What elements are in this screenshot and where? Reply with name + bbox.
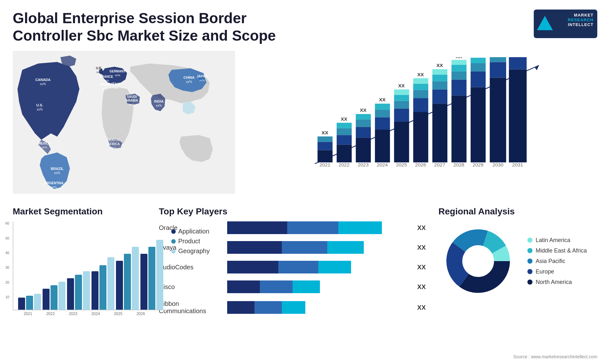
- bar-group-2026: [140, 240, 163, 310]
- svg-rect-49: [356, 114, 371, 119]
- svg-rect-62: [394, 90, 409, 95]
- regional-legend: Latin America Middle East & Africa Asia …: [527, 237, 587, 286]
- svg-rect-65: [413, 112, 428, 162]
- bar-geography: [58, 282, 65, 310]
- players-title: Top Key Players: [159, 206, 426, 217]
- bar-seg2: [278, 261, 318, 273]
- svg-rect-42: [337, 128, 352, 135]
- player-bar: [227, 301, 409, 314]
- bar-seg2: [282, 241, 327, 254]
- svg-rect-83: [451, 60, 466, 65]
- svg-rect-76: [432, 69, 447, 75]
- svg-text:JAPAN: JAPAN: [197, 75, 207, 78]
- legend-label-europe: Europe: [536, 268, 554, 275]
- donut-svg: [438, 221, 518, 301]
- player-value: XX: [417, 264, 426, 271]
- player-name: Cisco: [159, 283, 222, 291]
- bar-application: [67, 278, 74, 310]
- svg-text:XX: XX: [437, 63, 443, 68]
- bar-group-2025: [116, 247, 139, 310]
- svg-text:XX: XX: [360, 107, 367, 113]
- legend-dot-mea: [527, 248, 532, 253]
- bar-application: [140, 254, 147, 310]
- svg-rect-74: [432, 81, 447, 90]
- svg-text:2022: 2022: [339, 162, 349, 168]
- svg-text:FRANCE: FRANCE: [100, 75, 113, 78]
- bar-seg1: [227, 241, 282, 254]
- svg-rect-48: [356, 120, 371, 127]
- player-value: XX: [417, 224, 426, 232]
- svg-rect-41: [337, 135, 352, 145]
- world-map-svg: CANADA xx% U.S. xx% MEXICO xx% BRAZIL xx…: [13, 51, 235, 194]
- svg-text:AFRICA: AFRICA: [108, 142, 120, 146]
- svg-text:U.S.: U.S.: [36, 103, 43, 107]
- logo-line1: MARKET: [568, 13, 593, 17]
- svg-text:BRAZIL: BRAZIL: [51, 167, 64, 171]
- svg-rect-68: [413, 84, 428, 90]
- svg-rect-59: [394, 109, 409, 121]
- logo-triangle-icon: [537, 16, 553, 30]
- legend-label-north-america: North America: [536, 279, 572, 286]
- bar-product: [51, 285, 58, 310]
- svg-text:2029: 2029: [472, 162, 483, 168]
- player-bar: [227, 241, 409, 254]
- svg-rect-37: [317, 137, 332, 142]
- svg-text:2026: 2026: [415, 162, 426, 168]
- legend-label-asia-pacific: Asia Pacific: [536, 258, 565, 265]
- svg-rect-58: [394, 122, 409, 163]
- svg-text:xx%: xx%: [37, 108, 43, 111]
- player-bar: [227, 280, 409, 293]
- svg-rect-72: [432, 104, 447, 163]
- bar-group-2023: [67, 271, 90, 310]
- svg-rect-53: [375, 118, 390, 130]
- svg-text:XX: XX: [456, 57, 462, 59]
- svg-rect-36: [317, 142, 332, 150]
- svg-text:INDIA: INDIA: [154, 99, 164, 103]
- list-item: Ribbon Communications XX: [159, 300, 426, 315]
- player-value: XX: [417, 304, 426, 311]
- svg-rect-94: [490, 57, 506, 62]
- svg-point-106: [463, 246, 493, 276]
- bar-seg1: [227, 261, 278, 273]
- page-title: Global Enterprise Session Border Control…: [13, 10, 299, 44]
- bar-application: [92, 271, 98, 310]
- bar-geography: [107, 257, 114, 310]
- svg-text:xx%: xx%: [111, 146, 116, 150]
- bar-seg3: [338, 221, 382, 234]
- segmentation-chart: 60 50 40 30 20 10: [13, 221, 166, 310]
- svg-rect-66: [413, 98, 428, 112]
- svg-text:XX: XX: [322, 130, 328, 135]
- svg-text:xx%: xx%: [40, 82, 46, 86]
- bar-geography: [83, 271, 90, 310]
- bar-seg2: [287, 221, 338, 234]
- svg-text:GERMANY: GERMANY: [109, 70, 125, 73]
- svg-text:xx%: xx%: [186, 80, 192, 84]
- logo-box: MARKET RESEARCH INTELLECT: [534, 10, 597, 38]
- bar-application: [116, 261, 123, 310]
- svg-text:2024: 2024: [377, 162, 388, 168]
- svg-rect-69: [413, 78, 428, 84]
- svg-rect-52: [375, 130, 390, 162]
- legend-item-asia-pacific: Asia Pacific: [527, 258, 587, 265]
- logo-text: MARKET RESEARCH INTELLECT: [568, 13, 593, 27]
- svg-text:SPAIN: SPAIN: [100, 83, 110, 86]
- svg-rect-88: [471, 63, 485, 71]
- svg-rect-55: [375, 104, 390, 110]
- svg-text:2027: 2027: [434, 162, 445, 168]
- svg-rect-82: [451, 65, 466, 71]
- svg-rect-87: [471, 71, 485, 87]
- bar-product: [148, 247, 155, 310]
- player-name: Ribbon Communications: [159, 300, 222, 315]
- svg-rect-47: [356, 127, 371, 138]
- svg-rect-89: [471, 58, 485, 63]
- list-item: Cisco XX: [159, 280, 426, 293]
- svg-rect-54: [375, 110, 390, 118]
- y-axis: 60 50 40 30 20 10: [5, 221, 9, 310]
- donut-area: Latin America Middle East & Africa Asia …: [438, 221, 597, 301]
- bar-seg1: [227, 280, 260, 293]
- svg-text:XX: XX: [379, 97, 386, 103]
- legend-dot-asia-pacific: [527, 259, 532, 264]
- legend-dot-north-america: [527, 280, 532, 285]
- segmentation-title: Market Segmentation: [13, 206, 146, 217]
- svg-text:U.K.: U.K.: [96, 66, 102, 70]
